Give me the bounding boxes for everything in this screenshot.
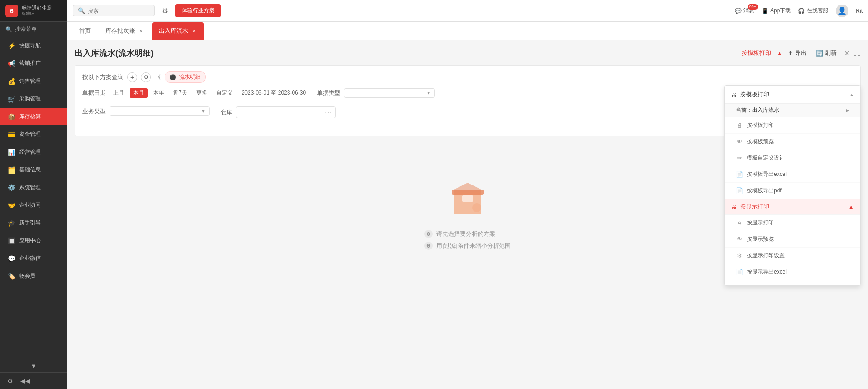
page-title: 出入库流水(流水明细) xyxy=(75,48,154,59)
collapse-sidebar-icon[interactable]: ◀◀ xyxy=(20,377,30,384)
sidebar-scroll-down[interactable]: ▼ xyxy=(0,359,67,372)
sidebar-item-guide[interactable]: 🎓 新手引导 xyxy=(0,214,67,232)
export-label: 导出 xyxy=(795,49,807,57)
sidebar-item-basic[interactable]: 🗂️ 基础信息 xyxy=(0,161,67,179)
page-actions: 按模板打印 ▲ ⬆ 导出 🔄 刷新 xyxy=(738,47,840,59)
topbar-search-box[interactable]: 🔍 xyxy=(73,5,155,16)
dropdown-item-display-preview[interactable]: 👁 按显示预览 xyxy=(725,231,860,248)
step2-label: 用[过滤]条件来缩小分析范围 xyxy=(436,242,510,250)
dropdown-item-template-pdf[interactable]: 📄 按模板导出pdf xyxy=(725,183,860,199)
dropdown-scroll: 当前：出入库流水 ▶ 🖨 按模板打印 👁 按模板预览 ✏ 模板自定义设计 xyxy=(725,104,860,285)
warehouse-select[interactable]: ··· xyxy=(236,106,336,118)
in-out-flow-label: 出入库流水 xyxy=(159,27,188,35)
display-excel-label: 按显示导出excel xyxy=(747,268,787,276)
tab-close-inventory-batch[interactable]: × xyxy=(138,28,144,34)
dropdown-display-print-header[interactable]: 🖨 按显示打印 ▲ xyxy=(725,199,860,215)
topbar-search-input[interactable] xyxy=(88,8,142,14)
refresh-icon: 🔄 xyxy=(816,50,823,57)
sidebar-item-label: 应用中心 xyxy=(19,237,41,244)
filter-tag[interactable]: ⚫ 流水明细 xyxy=(165,71,206,83)
sidebar-item-label: 基础信息 xyxy=(19,166,41,174)
refresh-btn[interactable]: 🔄 刷新 xyxy=(812,47,840,59)
industry-btn[interactable]: 体验行业方案 xyxy=(175,4,221,17)
system-icon: ⚙️ xyxy=(7,184,15,191)
topbar-app-download[interactable]: 📱 App下载 xyxy=(762,7,791,15)
sidebar-item-wechat[interactable]: 💬 企业微信 xyxy=(0,249,67,267)
print-template-btn[interactable]: 按模板打印 xyxy=(738,47,775,59)
inventory-batch-label: 库存批次账 xyxy=(105,27,135,35)
dropdown-current-value[interactable]: 当前：出入库流水 ▶ xyxy=(736,106,849,114)
filter-add-btn[interactable]: + xyxy=(127,72,137,82)
template-preview-label: 按模板预览 xyxy=(747,138,774,145)
app-download-label: App下载 xyxy=(770,7,791,15)
warehouse-label: 仓库 xyxy=(220,108,232,116)
dropdown-item-display-excel[interactable]: 📄 按显示导出excel xyxy=(725,264,860,280)
sidebar-item-system[interactable]: ⚙️ 系统管理 xyxy=(0,179,67,196)
tab-close-in-out-flow[interactable]: × xyxy=(191,28,197,34)
user-avatar[interactable]: 👤 xyxy=(836,5,848,17)
dropdown-item-display-print[interactable]: 🖨 按显示打印 xyxy=(725,215,860,231)
window-expand-btn[interactable]: ⛶ xyxy=(853,49,861,57)
filter-setting-icon: ⚙ xyxy=(144,74,149,80)
service-label: 在线客服 xyxy=(807,7,828,15)
print-arrow-up[interactable]: ▲ xyxy=(777,50,783,57)
date-tab-last-month[interactable]: 上月 xyxy=(110,88,128,98)
topbar-online-service[interactable]: 🎧 在线客服 xyxy=(798,7,828,15)
display-print-setting-label: 按显示打印设置 xyxy=(747,252,785,259)
date-tab-7days[interactable]: 近7天 xyxy=(170,88,191,98)
date-range: 2023-06-01 至 2023-06-30 xyxy=(242,89,306,97)
sidebar-item-purchase[interactable]: 🛒 采购管理 xyxy=(0,90,67,108)
username-label[interactable]: Rit xyxy=(856,8,863,14)
export-btn[interactable]: ⬆ 导出 xyxy=(784,47,810,59)
template-preview-icon: 👁 xyxy=(736,138,743,145)
dropdown-item-template-custom[interactable]: ✏ 模板自定义设计 xyxy=(725,150,860,166)
sidebar-item-quick-nav[interactable]: ⚡ 快捷导航 xyxy=(0,37,67,55)
dropdown-item-display-pdf[interactable]: 📄 按显示导出pdf xyxy=(725,280,860,285)
refresh-label: 刷新 xyxy=(825,49,837,57)
date-tab-more[interactable]: 更多 xyxy=(193,88,211,98)
date-tab-this-month[interactable]: 本月 xyxy=(130,88,148,98)
template-excel-icon: 📄 xyxy=(736,171,743,178)
template-print-icon: 🖨 xyxy=(736,122,743,129)
sidebar-search[interactable]: 🔍 搜索菜单 xyxy=(0,22,67,37)
sidebar-item-label: 采购管理 xyxy=(19,95,41,103)
sidebar-item-marketing[interactable]: 📢 营销推广 xyxy=(0,55,67,72)
dropdown-header[interactable]: 🖨 按模板打印 ▲ xyxy=(725,86,860,104)
tab-inventory-batch[interactable]: 库存批次账 × xyxy=(99,22,150,40)
page-content: 出入库流水(流水明细) 按模板打印 ▲ ⬆ 导出 🔄 刷新 ✕ ⛶ xyxy=(67,40,868,389)
dropdown-item-template-excel[interactable]: 📄 按模板导出excel xyxy=(725,166,860,183)
dropdown-item-template-print[interactable]: 🖨 按模板打印 xyxy=(725,117,860,134)
app-name: 畅捷通好生意 xyxy=(22,5,52,11)
sidebar-item-finance[interactable]: 💳 资金管理 xyxy=(0,125,67,143)
sidebar-item-apps[interactable]: 🔲 应用中心 xyxy=(0,232,67,249)
dropdown-item-display-print-setting[interactable]: ⚙ 按显示打印设置 xyxy=(725,248,860,264)
biz-type-select[interactable]: ▼ xyxy=(110,106,210,116)
topbar-message[interactable]: 💬 消息 99+ xyxy=(735,7,754,15)
inventory-icon: 📦 xyxy=(7,113,15,120)
filter-tag-label: 流水明细 xyxy=(179,73,201,81)
dropdown-header-arrow[interactable]: ▲ xyxy=(849,92,854,97)
empty-illustration xyxy=(445,178,490,219)
template-excel-label: 按模板导出excel xyxy=(747,170,787,178)
doc-type-select[interactable]: ▼ xyxy=(344,88,435,98)
sidebar-item-inventory[interactable]: 📦 库存核算 xyxy=(0,108,67,125)
sidebar-item-member[interactable]: 🏷️ 畅会员 xyxy=(0,267,67,285)
tab-home[interactable]: 首页 xyxy=(73,22,97,40)
sidebar-item-sales[interactable]: 💰 销售管理 xyxy=(0,72,67,90)
sidebar-item-label: 销售管理 xyxy=(19,77,41,85)
topbar-gear-icon[interactable]: ⚙ xyxy=(158,4,172,18)
tab-in-out-flow[interactable]: 出入库流水 × xyxy=(152,22,204,40)
sidebar-item-operations[interactable]: 📊 经营管理 xyxy=(0,143,67,161)
doc-type-arrow: ▼ xyxy=(426,90,431,95)
filter-field-biz-type: 业务类型 ▼ xyxy=(82,106,210,116)
date-tab-this-year[interactable]: 本年 xyxy=(150,88,168,98)
step-num-2: ❷ xyxy=(424,242,433,250)
dropdown-item-template-preview[interactable]: 👁 按模板预览 xyxy=(725,134,860,150)
filter-setting-btn[interactable]: ⚙ xyxy=(141,72,151,82)
filter-collapse-btn[interactable]: 《 xyxy=(155,73,161,81)
settings-bottom-icon[interactable]: ⚙ xyxy=(7,377,13,384)
window-close-btn[interactable]: ✕ xyxy=(844,49,850,58)
biz-type-arrow: ▼ xyxy=(201,109,205,114)
date-tab-custom[interactable]: 自定义 xyxy=(213,88,236,98)
sidebar-item-collab[interactable]: 🤝 企业协同 xyxy=(0,196,67,214)
